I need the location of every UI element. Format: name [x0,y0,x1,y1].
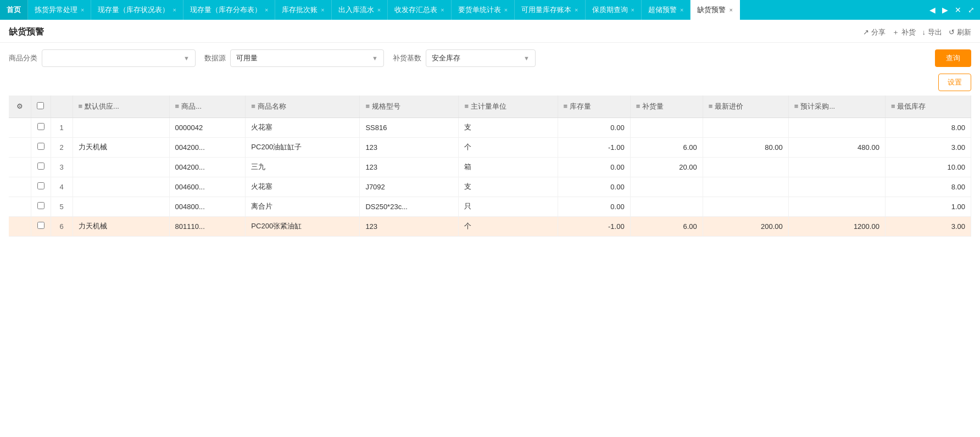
close-icon[interactable]: × [81,7,84,13]
nav-tab-tab1[interactable]: 拣货异常处理× [28,0,91,20]
th-spec[interactable]: ≡规格型号 [360,96,459,117]
close-icon[interactable]: × [172,7,176,13]
nav-tab-tab9[interactable]: 保质期查询× [586,0,642,20]
row-product-code: 0000042 [169,117,246,137]
row-spec: 123 [360,216,459,236]
replenish-base-select[interactable]: 安全库存 ▼ [426,49,536,67]
gear-icon[interactable]: ⚙ [16,102,23,110]
refresh-button[interactable]: ↺ 刷新 [949,27,971,37]
row-checkbox[interactable] [37,222,44,229]
close-icon[interactable]: × [265,7,268,13]
th-est-purchase[interactable]: ≡预计采购... [788,96,885,117]
row-checkbox-cell[interactable] [31,157,51,177]
close-icon[interactable]: × [377,7,381,13]
close-icon[interactable]: × [680,7,683,13]
row-supplier: 力天机械 [73,216,169,236]
th-replenish-qty[interactable]: ≡补货量 [630,96,703,117]
row-unit: 支 [459,177,558,197]
nav-tab-tab7[interactable]: 要货单统计表× [452,0,515,20]
nav-tab-tab5[interactable]: 出入库流水× [332,0,388,20]
nav-bar: 首页 拣货异常处理×现存量（库存状况表）×现存量（库存分布表）×库存批次账×出入… [0,0,980,20]
nav-tab-tab2[interactable]: 现存量（库存状况表）× [91,0,183,20]
nav-tab-tab4[interactable]: 库存批次账× [275,0,331,20]
nav-home[interactable]: 首页 [0,0,28,20]
row-number: 5 [51,197,73,216]
row-est-purchase [788,117,885,137]
datasource-filter-group: 数据源 可用量 ▼ [204,49,384,67]
datasource-select[interactable]: 可用量 ▼ [230,49,384,67]
row-checkbox[interactable] [37,123,44,130]
query-button[interactable]: 查询 [935,49,971,67]
row-replenish-qty: 6.00 [630,216,703,236]
category-filter-group: 商品分类 ▼ [9,49,196,67]
th-supplier[interactable]: ≡默认供应... [73,96,169,117]
row-replenish-qty [630,177,703,197]
replenish-base-value: 安全库存 [432,53,524,63]
row-supplier [73,177,169,197]
row-product-name: PC200张紧油缸 [246,216,360,236]
filter-bar: 商品分类 ▼ 数据源 可用量 ▼ 补货基数 安全库存 ▼ 查询 [0,43,980,74]
row-checkbox[interactable] [37,202,44,209]
th-gear[interactable]: ⚙ [9,96,31,117]
row-checkbox[interactable] [37,163,44,170]
select-all-checkbox[interactable] [37,102,44,109]
row-latest-price: 200.00 [703,216,788,236]
export-icon: ↓ [922,28,926,36]
close-icon[interactable]: × [631,7,634,13]
th-latest-price[interactable]: ≡最新进价 [703,96,788,117]
row-product-name: 三九 [246,157,360,177]
replenish-base-chevron-icon: ▼ [524,55,530,61]
nav-tab-tab3[interactable]: 现存量（库存分布表）× [183,0,275,20]
row-checkbox[interactable] [37,143,44,150]
close-icon[interactable]: × [729,7,732,13]
settings-row: 设置 [0,74,980,96]
row-checkbox-cell[interactable] [31,137,51,157]
th-checkbox [31,96,51,117]
th-unit[interactable]: ≡主计量单位 [459,96,558,117]
row-gear-cell [9,216,31,236]
row-checkbox-cell[interactable] [31,177,51,197]
row-checkbox[interactable] [37,182,44,189]
row-checkbox-cell[interactable] [31,117,51,137]
export-button[interactable]: ↓ 导出 [922,27,943,37]
th-stock[interactable]: ≡库存量 [558,96,630,117]
th-min-stock[interactable]: ≡最低库存 [885,96,971,117]
close-icon[interactable]: × [321,7,324,13]
row-number: 3 [51,157,73,177]
nav-prev-btn[interactable]: ◀ [926,3,939,16]
th-product-name[interactable]: ≡商品名称 [246,96,360,117]
row-checkbox-cell[interactable] [31,197,51,216]
nav-tab-tab10[interactable]: 超储预警× [642,0,691,20]
row-gear-cell [9,177,31,197]
row-min-stock: 3.00 [885,216,971,236]
row-replenish-qty: 20.00 [630,157,703,177]
nav-fullscreen-btn[interactable]: ⤢ [965,3,978,16]
nav-tab-tab11[interactable]: 缺货预警× [691,0,739,20]
row-product-code: 004800... [169,197,246,216]
close-icon[interactable]: × [441,7,444,13]
refresh-icon: ↺ [949,28,955,36]
settings-button[interactable]: 设置 [938,74,971,91]
row-product-name: 离合片 [246,197,360,216]
row-gear-cell [9,197,31,216]
table-row: 1 0000042 火花塞 SS816 支 0.00 8.00 [9,117,971,137]
nav-close-btn[interactable]: ✕ [951,3,965,16]
share-button[interactable]: ↗ 分享 [863,27,886,37]
nav-tab-tab6[interactable]: 收发存汇总表× [388,0,451,20]
main-content: 缺货预警 ↗ 分享 ＋ 补货 ↓ 导出 ↺ 刷新 商品分类 [0,20,980,437]
nav-tab-tab8[interactable]: 可用量库存账本× [515,0,585,20]
row-number: 1 [51,117,73,137]
row-est-purchase: 1200.00 [788,216,885,236]
row-est-purchase: 480.00 [788,137,885,157]
datasource-label: 数据源 [204,53,226,63]
row-supplier [73,197,169,216]
table-header-row: ⚙ ≡默认供应... ≡商品... ≡商品名称 ≡规格型号 [9,96,971,117]
datasource-chevron-icon: ▼ [372,55,378,61]
th-product-code[interactable]: ≡商品... [169,96,246,117]
replenish-button[interactable]: ＋ 补货 [892,27,916,37]
nav-next-btn[interactable]: ▶ [939,3,951,16]
close-icon[interactable]: × [575,7,578,13]
row-checkbox-cell[interactable] [31,216,51,236]
close-icon[interactable]: × [504,7,508,13]
category-select[interactable]: ▼ [42,49,196,67]
